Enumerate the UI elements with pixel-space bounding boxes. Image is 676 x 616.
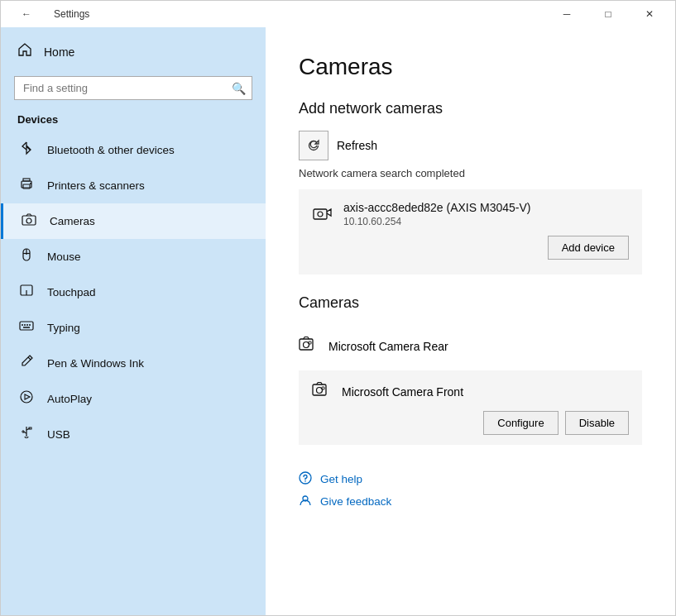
titlebar: ← Settings ─ □ ✕ — [1, 1, 675, 27]
search-icon: 🔍 — [232, 82, 246, 95]
help-section: Get help Give feedback — [299, 471, 642, 509]
camera-icon-sidebar — [20, 212, 38, 231]
titlebar-left: ← Settings — [7, 1, 89, 27]
add-device-row: Add device — [312, 227, 629, 263]
svg-line-17 — [28, 357, 31, 360]
back-button[interactable]: ← — [7, 1, 46, 27]
network-camera-ip: 10.10.60.254 — [343, 216, 530, 227]
bluetooth-icon — [17, 141, 36, 160]
sidebar-item-printers[interactable]: Printers & scanners — [1, 168, 266, 203]
camera-front-icon — [312, 380, 330, 403]
sidebar-search: 🔍 — [14, 76, 252, 100]
sidebar-section-label: Devices — [1, 110, 266, 132]
maximize-button[interactable]: □ — [589, 1, 627, 27]
svg-marker-19 — [25, 394, 30, 399]
sidebar-item-usb[interactable]: USB — [1, 417, 266, 452]
svg-rect-25 — [314, 209, 327, 219]
sidebar: Home 🔍 Devices Bluetooth & other devices — [1, 27, 266, 615]
get-help-label: Get help — [320, 473, 362, 485]
sidebar-label-usb: USB — [47, 428, 70, 441]
sidebar-item-bluetooth[interactable]: Bluetooth & other devices — [1, 132, 266, 168]
camera-front-item[interactable]: Microsoft Camera Front Configure Disable — [299, 370, 642, 445]
sidebar-label-cameras: Cameras — [50, 215, 95, 227]
sidebar-item-home[interactable]: Home — [1, 34, 266, 69]
svg-point-5 — [26, 218, 31, 223]
svg-point-34 — [304, 480, 306, 482]
sidebar-item-touchpad[interactable]: Touchpad — [1, 275, 266, 310]
refresh-row: Refresh — [299, 131, 642, 160]
sidebar-item-typing[interactable]: Typing — [1, 310, 266, 346]
network-camera-card: axis-accc8eded82e (AXIS M3045-V) 10.10.6… — [299, 189, 642, 275]
mouse-icon — [17, 247, 36, 266]
sidebar-item-cameras[interactable]: Cameras — [1, 203, 266, 239]
typing-icon — [17, 318, 36, 337]
cameras-section: Cameras Microsoft Camera Rear — [299, 294, 642, 445]
settings-window: ← Settings ─ □ ✕ Home 🔍 — [0, 0, 676, 616]
camera-rear-icon — [299, 335, 317, 357]
search-status: Network camera search completed — [299, 167, 642, 179]
sidebar-item-autoplay[interactable]: AutoPlay — [1, 381, 266, 417]
svg-point-26 — [318, 212, 323, 217]
autoplay-icon — [17, 389, 36, 408]
search-input[interactable] — [14, 76, 252, 100]
feedback-icon — [299, 494, 312, 509]
network-camera-name: axis-accc8eded82e (AXIS M3045-V) — [343, 201, 530, 214]
disable-button[interactable]: Disable — [565, 411, 629, 435]
printer-icon — [17, 176, 36, 195]
network-camera-inner: axis-accc8eded82e (AXIS M3045-V) 10.10.6… — [312, 201, 629, 227]
page-title: Cameras — [299, 54, 642, 80]
camera-front-row: Microsoft Camera Front — [312, 380, 629, 403]
content-area: Cameras Add network cameras Refresh Netw… — [266, 27, 675, 615]
network-camera-info: axis-accc8eded82e (AXIS M3045-V) 10.10.6… — [343, 201, 530, 227]
svg-rect-22 — [29, 427, 31, 429]
add-device-button[interactable]: Add device — [548, 236, 629, 260]
home-icon — [17, 42, 32, 61]
titlebar-title: Settings — [54, 8, 89, 20]
get-help-link[interactable]: Get help — [299, 471, 642, 487]
main-layout: Home 🔍 Devices Bluetooth & other devices — [1, 27, 675, 615]
refresh-label: Refresh — [337, 139, 377, 152]
svg-rect-11 — [20, 322, 33, 330]
svg-point-28 — [304, 342, 309, 348]
refresh-button[interactable] — [299, 131, 328, 160]
svg-rect-2 — [23, 179, 30, 181]
add-network-title: Add network cameras — [299, 100, 642, 117]
sidebar-label-mouse: Mouse — [47, 251, 81, 263]
feedback-label: Give feedback — [320, 495, 391, 508]
network-camera-icon — [312, 203, 332, 227]
give-feedback-link[interactable]: Give feedback — [299, 494, 642, 509]
minimize-button[interactable]: ─ — [548, 1, 586, 27]
sidebar-label-autoplay: AutoPlay — [47, 393, 92, 405]
sidebar-label-bluetooth: Bluetooth & other devices — [47, 144, 175, 156]
pen-icon — [17, 354, 36, 373]
camera-front-name: Microsoft Camera Front — [342, 385, 463, 399]
camera-actions: Configure Disable — [312, 411, 629, 435]
sidebar-item-pen[interactable]: Pen & Windows Ink — [1, 346, 266, 381]
svg-rect-32 — [322, 387, 324, 389]
sidebar-label-pen: Pen & Windows Ink — [47, 357, 144, 370]
sidebar-label-printers: Printers & scanners — [47, 179, 145, 192]
titlebar-controls: ─ □ ✕ — [548, 1, 669, 27]
svg-point-3 — [30, 183, 31, 184]
help-icon — [299, 471, 312, 487]
sidebar-label-typing: Typing — [47, 322, 80, 334]
cameras-title: Cameras — [299, 294, 642, 312]
sidebar-item-mouse[interactable]: Mouse — [1, 239, 266, 275]
touchpad-icon — [17, 283, 36, 302]
svg-point-31 — [317, 388, 323, 394]
camera-rear-item[interactable]: Microsoft Camera Rear — [299, 325, 642, 367]
configure-button[interactable]: Configure — [483, 411, 558, 435]
svg-rect-29 — [309, 341, 311, 344]
camera-rear-name: Microsoft Camera Rear — [328, 340, 448, 353]
close-button[interactable]: ✕ — [630, 1, 669, 27]
home-label: Home — [44, 45, 74, 59]
sidebar-label-touchpad: Touchpad — [47, 286, 96, 298]
usb-icon — [17, 425, 36, 444]
